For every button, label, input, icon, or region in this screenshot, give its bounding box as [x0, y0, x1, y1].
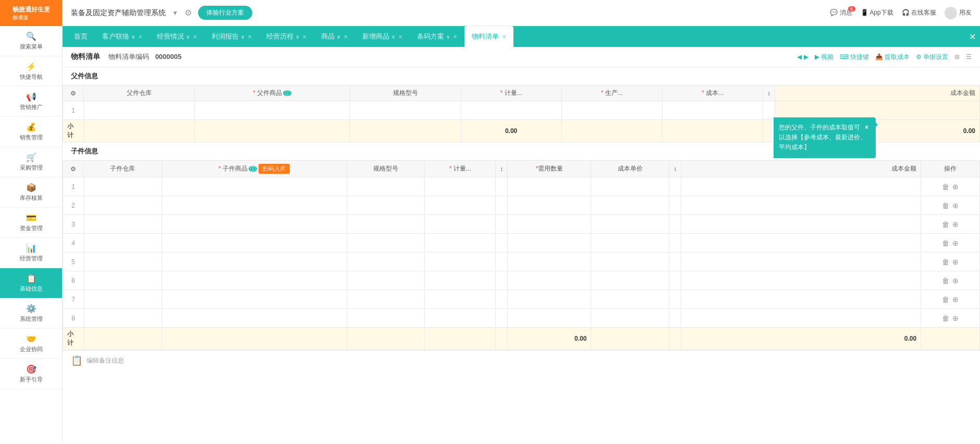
tab-profit[interactable]: 利润报告 ∨ ✕ — [204, 26, 259, 47]
child-product-cell[interactable] — [162, 271, 347, 290]
child-quantity-cell[interactable] — [508, 215, 591, 234]
child-unit-cost-cell[interactable] — [591, 290, 669, 309]
copy-icon[interactable]: ⊕ — [952, 220, 959, 229]
parent-col-sort[interactable]: ↕ — [763, 86, 775, 101]
online-service[interactable]: 🎧 在线客服 — [902, 8, 936, 17]
sidebar-item-system[interactable]: ⚙️ 系统管理 — [0, 298, 62, 329]
delete-icon[interactable]: 🗑 — [942, 258, 949, 266]
sidebar-item-inventory[interactable]: 📦 库存核算 — [0, 177, 62, 208]
parent-unit-cell[interactable] — [461, 101, 561, 120]
child-quantity-cell[interactable] — [508, 309, 591, 328]
delete-icon[interactable]: 🗑 — [942, 183, 949, 191]
child-unit-cell[interactable] — [425, 215, 496, 234]
child-unit-cost-cell[interactable] — [591, 271, 669, 290]
sidebar-item-cooperation[interactable]: 🤝 企业协同 — [0, 329, 62, 359]
child-unit-cost-cell[interactable] — [591, 309, 669, 328]
parent-product-cell[interactable] — [194, 101, 350, 120]
child-quantity-cell[interactable] — [508, 177, 591, 196]
child-product-cell[interactable] — [162, 290, 347, 309]
child-product-cell[interactable] — [162, 196, 347, 215]
child-unit-cost-cell[interactable] — [591, 253, 669, 271]
action-single-settings[interactable]: ⚙ 单据设置 — [916, 53, 948, 62]
child-spec-cell[interactable] — [347, 271, 425, 290]
delete-icon[interactable]: 🗑 — [942, 239, 949, 247]
child-product-cell[interactable] — [162, 234, 347, 253]
tab-new-products[interactable]: 新增商品 ∨ ✕ — [355, 26, 410, 47]
child-unit-cell[interactable] — [425, 234, 496, 253]
child-spec-cell[interactable] — [347, 196, 425, 215]
copy-icon[interactable]: ⊕ — [952, 258, 959, 266]
delete-icon[interactable]: 🗑 — [942, 201, 949, 210]
sidebar-item-finance[interactable]: 💳 资金管理 — [0, 208, 62, 238]
action-extract-cost[interactable]: 📥 提取成本 — [875, 53, 910, 62]
sidebar-item-basic-info[interactable]: 📋 基础信息 — [0, 268, 62, 298]
nav-prev-icon[interactable]: ◀ — [797, 53, 802, 61]
child-spec-cell[interactable] — [347, 215, 425, 234]
sidebar-item-sales[interactable]: 💰 销售管理 — [0, 117, 62, 147]
child-unit-cost-cell[interactable] — [591, 196, 669, 215]
sidebar-item-purchase[interactable]: 🛒 采购管理 — [0, 147, 62, 177]
delete-icon[interactable]: 🗑 — [942, 220, 949, 229]
child-unit-cell[interactable] — [425, 309, 496, 328]
copy-icon[interactable]: ⊕ — [952, 277, 959, 285]
child-product-cell[interactable] — [162, 215, 347, 234]
child-unit-cell[interactable] — [425, 196, 496, 215]
child-unit-cell[interactable] — [425, 177, 496, 196]
sidebar-item-operations[interactable]: 📊 经营管理 — [0, 238, 62, 268]
child-unit-cell[interactable] — [425, 290, 496, 309]
user-profile[interactable]: 用友 — [945, 7, 972, 19]
tab-history[interactable]: 经营历程 ∨ ✕ — [259, 26, 314, 47]
copy-icon[interactable]: ⊕ — [952, 314, 959, 322]
copy-icon[interactable]: ⊕ — [952, 201, 959, 210]
scan-btn[interactable]: 扫码入库 — [259, 164, 290, 174]
action-shortcut[interactable]: ⌨ 快捷键 — [840, 53, 869, 62]
tab-products[interactable]: 商品 ∨ ✕ — [314, 26, 355, 47]
child-unit-cost-cell[interactable] — [591, 215, 669, 234]
delete-icon[interactable]: 🗑 — [942, 277, 949, 285]
child-spec-cell[interactable] — [347, 309, 425, 328]
parent-cost-cell[interactable] — [662, 101, 763, 120]
tab-products-close[interactable]: ✕ — [344, 34, 348, 40]
child-quantity-cell[interactable] — [508, 196, 591, 215]
child-warehouse-cell[interactable] — [84, 253, 162, 271]
child-spec-cell[interactable] — [347, 234, 425, 253]
tab-bom-close[interactable]: ✕ — [502, 34, 506, 40]
child-quantity-cell[interactable] — [508, 271, 591, 290]
tab-new-products-close[interactable]: ✕ — [398, 34, 402, 40]
child-warehouse-cell[interactable] — [84, 234, 162, 253]
child-spec-cell[interactable] — [347, 177, 425, 196]
copy-icon[interactable]: ⊕ — [952, 295, 959, 304]
parent-col-settings[interactable]: ⚙ — [63, 86, 84, 101]
tab-home[interactable]: 首页 — [67, 26, 95, 47]
copy-icon[interactable]: ⊕ — [952, 183, 959, 191]
tooltip-close-btn[interactable]: × — [865, 123, 868, 133]
child-quantity-cell[interactable] — [508, 290, 591, 309]
delete-icon[interactable]: 🗑 — [942, 314, 949, 322]
child-warehouse-cell[interactable] — [84, 290, 162, 309]
settings-icon[interactable]: ⚙ — [185, 8, 192, 18]
child-warehouse-cell[interactable] — [84, 177, 162, 196]
child-unit-cost-cell[interactable] — [591, 177, 669, 196]
tab-profit-close[interactable]: ✕ — [248, 34, 252, 40]
copy-icon[interactable]: ⊕ — [952, 239, 959, 247]
tab-customers-close[interactable]: ✕ — [138, 34, 142, 40]
parent-production-cell[interactable] — [561, 101, 662, 120]
sidebar-item-marketing[interactable]: 📢 营销推广 — [0, 87, 62, 117]
trial-btn[interactable]: 体验行业方案 — [198, 6, 252, 20]
child-quantity-cell[interactable] — [508, 234, 591, 253]
child-warehouse-cell[interactable] — [84, 309, 162, 328]
child-product-cell[interactable] — [162, 309, 347, 328]
child-spec-cell[interactable] — [347, 253, 425, 271]
child-spec-cell[interactable] — [347, 290, 425, 309]
sidebar-item-search[interactable]: 🔍 搜索菜单 — [0, 26, 62, 56]
child-warehouse-cell[interactable] — [84, 215, 162, 234]
dropdown-arrow-icon[interactable]: ▼ — [172, 9, 178, 17]
tab-close-all[interactable]: ✕ — [969, 32, 976, 42]
tab-operations-close[interactable]: ✕ — [193, 34, 197, 40]
child-unit-cost-cell[interactable] — [591, 234, 669, 253]
list-view-icon[interactable]: ☰ — [966, 53, 972, 61]
tab-history-close[interactable]: ✕ — [302, 34, 307, 40]
app-download[interactable]: 📱 App下载 — [861, 8, 893, 17]
child-quantity-cell[interactable] — [508, 253, 591, 271]
child-unit-cell[interactable] — [425, 253, 496, 271]
